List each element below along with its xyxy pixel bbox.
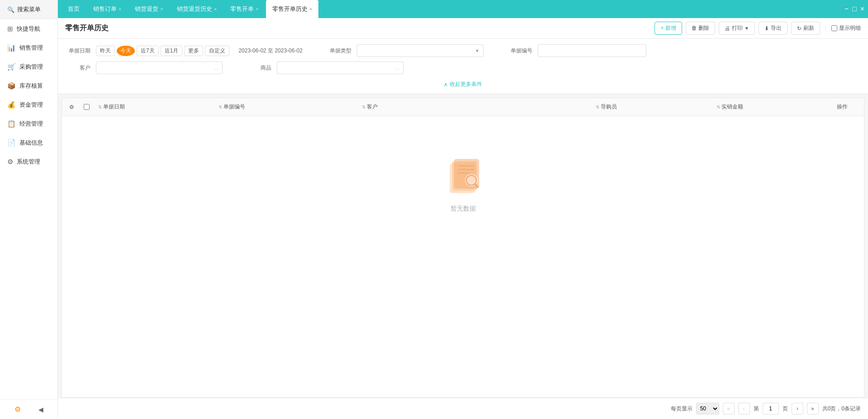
customer-filter-label: 客户 [65,64,90,72]
sidebar-search[interactable]: 🔍 搜索菜单 [0,0,57,19]
tabs-right-controls: − □ × [844,5,864,13]
th-date[interactable]: ⇅ 单据日期 [95,103,215,111]
content-area: 零售开单历史 + 新增 🗑 删除 🖨 打印 ▼ ⬇ 导出 ↻ 刷新 显示明细 [58,18,868,419]
th-check[interactable] [80,104,95,110]
sidebar-item-label: 库存核算 [19,82,43,90]
tab-home-label: 首页 [68,5,80,13]
export-icon: ⬇ [764,25,769,32]
tab-sales-order-label: 销售订单 [93,5,117,13]
print-button[interactable]: 🖨 打印 ▼ [719,22,755,35]
table-area: ⚙ ⇅ 单据日期 ⇅ 单据编号 ⇅ 客户 ⇅ [62,98,864,398]
basic-info-icon: 📄 [7,139,16,147]
empty-state: 暂无数据 [62,116,864,249]
settings-bottom-icon[interactable]: ⚙ [14,405,21,414]
tab-sales-order-close[interactable]: × [119,6,121,12]
th-no[interactable]: ⇅ 单据编号 [215,103,358,111]
sidebar-item-label: 快捷导航 [17,25,40,33]
collapse-button[interactable]: ∧ 收起更多条件 [444,80,482,88]
print-icon: 🖨 [725,25,730,32]
main-area: 首页 销售订单 × 销货退货 × 销货退货历史 × 零售开单 × 零售开单历史 … [58,0,868,419]
tab-retail-open-history[interactable]: 零售开单历史 × [266,0,318,18]
th-guide-label: 导购员 [601,103,617,111]
th-action-label: 操作 [837,103,848,111]
no-filter-label: 单据编号 [507,47,532,55]
page-suffix: 页 [783,405,788,413]
per-page-select[interactable]: 50 10 20 100 [696,403,719,414]
type-select-arrow: ▼ [475,48,479,53]
date-btn-7days[interactable]: 近7天 [137,46,159,56]
collapse-label: 收起更多条件 [450,80,482,88]
show-detail-input[interactable] [831,25,837,31]
total-label: 共0页，0条记录 [822,405,861,413]
filter-collapse-row: ∧ 收起更多条件 [65,79,861,88]
tab-retail-open-history-close[interactable]: × [309,6,312,12]
sidebar-item-finance[interactable]: 💰 资金管理 [0,95,57,114]
page-number-input[interactable] [763,403,779,414]
tab-home[interactable]: 首页 [62,0,86,18]
window-max-button[interactable]: □ [852,5,857,13]
page-prev-button[interactable]: ‹ [738,403,750,414]
tab-retail-open-close[interactable]: × [256,6,258,12]
date-btn-more[interactable]: 更多 [184,46,203,56]
no-filter-input[interactable] [538,44,646,57]
tab-sales-return-history-close[interactable]: × [214,6,217,12]
date-btn-1month[interactable]: 近1月 [161,46,183,56]
th-customer[interactable]: ⇅ 客户 [358,103,592,111]
page-title: 零售开单历史 [65,24,109,33]
sidebar-item-purchase-mgmt[interactable]: 🛒 采购管理 [0,57,57,76]
toolbar: 零售开单历史 + 新增 🗑 删除 🖨 打印 ▼ ⬇ 导出 ↻ 刷新 显示明细 [58,18,868,39]
goods-filter-label: 商品 [246,64,271,72]
tab-sales-return-close[interactable]: × [160,6,163,12]
page-next-button[interactable]: › [792,403,803,414]
tab-sales-return[interactable]: 销货退货 × [128,0,169,18]
page-last-button[interactable]: » [807,403,819,414]
refresh-button[interactable]: ↻ 刷新 [791,22,820,35]
sidebar-search-label: 搜索菜单 [17,5,41,14]
window-min-button[interactable]: − [844,5,849,13]
date-btn-yesterday[interactable]: 昨天 [96,46,115,56]
tab-retail-open[interactable]: 零售开单 × [224,0,265,18]
goods-dots: ... [395,65,399,71]
page-first-button[interactable]: « [723,403,735,414]
sidebar-item-label: 基础信息 [19,139,43,147]
sidebar-item-ops-mgmt[interactable]: 📋 经营管理 [0,114,57,133]
sidebar-item-label: 销售管理 [19,44,43,52]
select-all-checkbox[interactable] [84,104,90,110]
tab-sales-order[interactable]: 销售订单 × [87,0,128,18]
sort-icon: ⇅ [218,104,222,109]
date-btn-custom[interactable]: 自定义 [205,46,229,56]
sidebar-item-inventory[interactable]: 📦 库存核算 [0,76,57,95]
sidebar-item-sys-mgmt[interactable]: ⚙ 系统管理 [0,152,57,171]
filter-area: 单据日期 昨天 今天 近7天 近1月 更多 自定义 2023-06-02 至 2… [58,39,868,94]
sidebar-item-quick-nav[interactable]: ⊞ 快捷导航 [0,19,57,38]
th-date-label: 单据日期 [103,103,125,111]
sidebar-bottom: ⚙ ◀ [0,399,57,419]
delete-button[interactable]: 🗑 删除 [686,22,715,35]
th-settings[interactable]: ⚙ [66,104,80,110]
tab-retail-open-history-label: 零售开单历史 [272,5,308,13]
tab-sales-return-history[interactable]: 销货退货历史 × [171,0,223,18]
sidebar-collapse-icon[interactable]: ◀ [38,406,43,413]
show-detail-checkbox[interactable]: 显示明细 [831,24,861,32]
window-close-button[interactable]: × [860,5,864,13]
tab-sales-return-label: 销货退货 [135,5,158,13]
empty-illustration [441,152,486,198]
pagination: 每页显示 50 10 20 100 « ‹ 第 页 › » 共0页，0条记录 [58,398,868,419]
th-customer-label: 客户 [367,103,378,111]
customer-filter-select[interactable]: ... [96,61,223,74]
tab-sales-return-history-label: 销货退货历史 [177,5,212,13]
th-amount[interactable]: ⇅ 实销金额 [713,103,833,111]
sys-icon: ⚙ [7,158,13,166]
date-btn-today[interactable]: 今天 [117,46,135,56]
collapse-icon: ∧ [444,81,448,88]
type-filter-select[interactable]: ▼ [357,44,484,57]
th-guide[interactable]: ⇅ 导购员 [592,103,712,111]
empty-text: 暂无数据 [451,205,476,213]
goods-filter-select[interactable]: ... [277,61,403,74]
th-no-label: 单据编号 [223,103,245,111]
export-button[interactable]: ⬇ 导出 [759,22,787,35]
add-button[interactable]: + 新增 [655,22,682,35]
sidebar-item-basic-info[interactable]: 📄 基础信息 [0,133,57,152]
sidebar-item-sales-mgmt[interactable]: 📊 销售管理 [0,38,57,57]
sort-icon: ⇅ [716,104,720,109]
